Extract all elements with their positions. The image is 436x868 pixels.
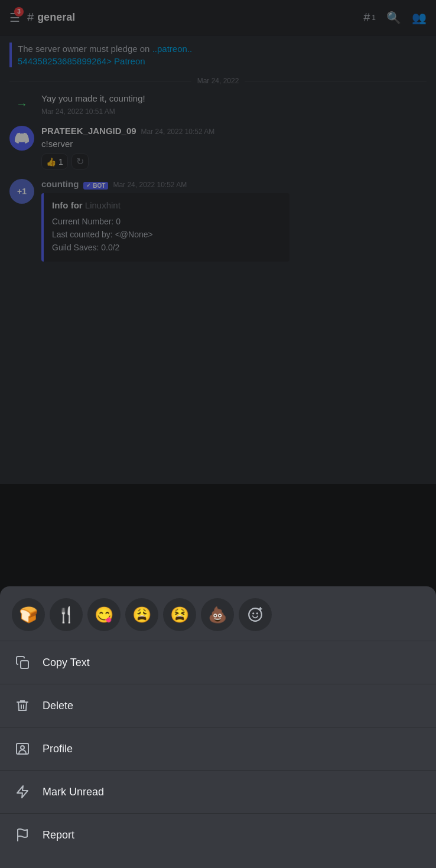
svg-marker-8	[17, 786, 28, 798]
svg-point-2	[256, 612, 258, 614]
profile-icon	[14, 740, 31, 757]
emoji-yum[interactable]: 😋	[87, 598, 121, 631]
svg-rect-5	[21, 661, 28, 668]
emoji-poop[interactable]: 💩	[201, 598, 234, 631]
svg-point-7	[21, 746, 24, 749]
report-item[interactable]: Report	[0, 814, 436, 856]
emoji-persevere[interactable]: 😫	[163, 598, 196, 631]
profile-label: Profile	[43, 743, 73, 755]
mark-unread-item[interactable]: Mark Unread	[0, 771, 436, 814]
trash-icon	[14, 697, 31, 714]
mark-unread-label: Mark Unread	[43, 786, 104, 798]
svg-point-1	[252, 612, 254, 614]
add-emoji-button[interactable]	[239, 598, 272, 631]
delete-label: Delete	[43, 700, 73, 712]
flag-icon	[14, 827, 31, 843]
emoji-tired[interactable]: 😩	[125, 598, 158, 631]
report-label: Report	[43, 829, 74, 841]
copy-icon	[14, 654, 31, 671]
copy-text-label: Copy Text	[43, 657, 90, 669]
emoji-bread[interactable]: 🍞	[12, 598, 45, 631]
emoji-reaction-row: 🍞 🍴 😋 😩 😫 💩	[0, 586, 436, 641]
profile-item[interactable]: Profile	[0, 727, 436, 771]
delete-item[interactable]: Delete	[0, 684, 436, 727]
copy-text-item[interactable]: Copy Text	[0, 641, 436, 684]
bottom-sheet: 🍞 🍴 😋 😩 😫 💩 Copy Text Delete	[0, 586, 436, 868]
bookmark-icon	[14, 784, 31, 800]
emoji-utensils[interactable]: 🍴	[50, 598, 83, 631]
